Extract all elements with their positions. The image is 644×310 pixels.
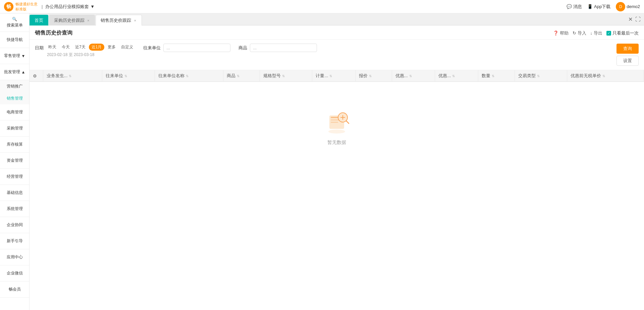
sidebar-item-wholesale[interactable]: 批发管理 ▲ — [0, 64, 29, 80]
chevron-up-icon: ▲ — [21, 70, 25, 74]
sidebar-item-retail[interactable]: 零售管理 ▼ — [0, 48, 29, 64]
date-filter-group: 日期 昨天 今天 近7天 近1月 更多 自定义 2023-02-18 至 202… — [35, 44, 135, 58]
search-button[interactable]: 查询 — [616, 44, 639, 54]
goods-filter-group: 商品 ... — [238, 44, 317, 52]
page-actions: ❓ 帮助 ↻ 导入 ↓ 导出 ✓ 只看最后一次 — [553, 30, 639, 36]
th-discount1[interactable]: 优惠... ⇅ — [392, 70, 435, 82]
tab-purchase-close[interactable]: × — [87, 18, 90, 23]
tab-home[interactable]: 首页 — [30, 15, 48, 25]
tab-sales-label: 销售历史价跟踪 — [101, 17, 131, 23]
sidebar-item-operation[interactable]: 经营管理 — [0, 169, 29, 185]
chevron-down-icon: ▼ — [21, 54, 25, 58]
sidebar-item-basic[interactable]: 基础信息 — [0, 185, 29, 201]
message-button[interactable]: 💬 消息 — [567, 4, 582, 10]
empty-state: 暂无数据 — [30, 82, 644, 172]
logo-text: 畅捷通好生意 标准版 — [15, 2, 38, 11]
date-btn-7days[interactable]: 近7天 — [73, 44, 88, 51]
goods-input-placeholder: ... — [253, 45, 257, 50]
goods-input[interactable]: ... — [250, 44, 317, 52]
partner-input-placeholder: ... — [166, 45, 170, 50]
settings-button[interactable]: 设置 — [616, 56, 639, 66]
filter-bar: 日期 昨天 今天 近7天 近1月 更多 自定义 2023-02-18 至 202… — [30, 40, 644, 70]
data-table: ⚙ 业务发生... ⇅ 往来单位 — [30, 70, 644, 82]
app-download-button[interactable]: 📱 App下载 — [587, 4, 610, 10]
th-settings[interactable]: ⚙ — [30, 70, 43, 82]
sidebar-item-finance[interactable]: 资金管理 — [0, 153, 29, 169]
checkbox-icon: ✓ — [606, 31, 611, 36]
sort-icon: ⇅ — [69, 74, 71, 78]
tab-purchase-history[interactable]: 采购历史价跟踪 × — [49, 15, 95, 25]
th-goods[interactable]: 商品 ⇅ — [223, 70, 260, 82]
th-no-tax-price[interactable]: 优惠前无税单价 ⇅ — [567, 70, 644, 82]
table-header: ⚙ 业务发生... ⇅ 往来单位 — [30, 70, 644, 82]
sidebar-item-system[interactable]: 系统管理 — [0, 201, 29, 217]
sidebar-item-collab[interactable]: 企业协同 — [0, 217, 29, 233]
settings-icon: ⚙ — [33, 73, 37, 79]
sidebar-item-quick-nav[interactable]: 快捷导航 — [0, 32, 29, 48]
tab-home-label: 首页 — [35, 17, 43, 23]
tab-bar-actions: ✕ ⛶ — [625, 13, 644, 25]
th-unit[interactable]: 计量... ⇅ — [312, 70, 356, 82]
help-button[interactable]: ❓ 帮助 — [553, 30, 569, 36]
goods-label: 商品 — [238, 44, 247, 51]
close-window-button[interactable]: ✕ — [628, 16, 633, 22]
page-header: 销售历史价查询 ❓ 帮助 ↻ 导入 ↓ 导出 ✓ — [30, 25, 644, 40]
sidebar-item-member[interactable]: 畅会员 — [0, 281, 29, 298]
sidebar-item-search[interactable]: 🔍 搜索菜单 — [0, 13, 29, 32]
sort-icon: ⇅ — [237, 74, 239, 78]
partner-label: 往来单位 — [143, 44, 161, 51]
date-filter-options: 昨天 今天 近7天 近1月 更多 自定义 2023-02-18 至 2023-0… — [46, 44, 135, 58]
import-button[interactable]: ↻ 导入 — [573, 30, 586, 36]
date-btn-custom[interactable]: 自定义 — [119, 44, 135, 51]
user-menu[interactable]: D demo2 — [616, 2, 640, 11]
maximize-window-button[interactable]: ⛶ — [635, 16, 641, 22]
date-btn-today[interactable]: 今天 — [60, 44, 72, 51]
sidebar-item-marketing[interactable]: 营销推广 — [0, 80, 29, 92]
sort-icon: ⇅ — [537, 74, 540, 78]
sort-icon: ⇅ — [186, 74, 189, 78]
date-btn-1month[interactable]: 近1月 — [89, 44, 105, 51]
sidebar-item-apps[interactable]: 应用中心 — [0, 249, 29, 265]
sort-icon: ⇅ — [409, 74, 412, 78]
logo-icon: 畅 — [4, 2, 13, 11]
date-btn-more[interactable]: 更多 — [106, 44, 118, 51]
sidebar-item-inventory[interactable]: 库存核算 — [0, 137, 29, 153]
tab-sales-history[interactable]: 销售历史价跟踪 × — [96, 15, 142, 25]
date-range-display: 2023-02-18 至 2023-03-18 — [46, 52, 135, 58]
sort-icon: ⇅ — [369, 74, 372, 78]
th-quantity[interactable]: 数量 ⇅ — [478, 70, 515, 82]
company-selector[interactable]: 办公用品行业模拟账套 ▼ — [45, 4, 95, 10]
sort-icon: ⇅ — [492, 74, 494, 78]
avatar: D — [616, 2, 625, 11]
top-bar-left: 畅 畅捷通好生意 标准版 | 办公用品行业模拟账套 ▼ — [4, 2, 95, 11]
sort-icon: ⇅ — [329, 74, 332, 78]
message-icon: 💬 — [567, 4, 572, 9]
sidebar-item-ecommerce[interactable]: 电商管理 — [0, 104, 29, 120]
sidebar-item-guide[interactable]: 新手引导 — [0, 233, 29, 249]
sort-icon: ⇅ — [452, 74, 455, 78]
sort-icon: ⇅ — [282, 74, 285, 78]
main-layout: 🔍 搜索菜单 快捷导航 零售管理 ▼ 批发管理 ▲ 营销推广 销售管理 电商管理… — [0, 13, 644, 310]
date-btn-yesterday[interactable]: 昨天 — [46, 44, 58, 51]
last-once-checkbox[interactable]: ✓ 只看最后一次 — [606, 30, 639, 36]
tab-bar: 首页 采购历史价跟踪 × 销售历史价跟踪 × ✕ ⛶ — [30, 13, 644, 25]
th-partner-code[interactable]: 往来单位 ⇅ — [102, 70, 155, 82]
th-business-date[interactable]: 业务发生... ⇅ — [43, 70, 102, 82]
tab-sales-close[interactable]: × — [133, 18, 137, 23]
th-spec[interactable]: 规格型号 ⇅ — [260, 70, 312, 82]
th-partner-name[interactable]: 往来单位名称 ⇅ — [155, 70, 223, 82]
help-icon: ❓ — [553, 31, 558, 36]
partner-input[interactable]: ... — [163, 44, 230, 52]
sidebar-item-sales[interactable]: 销售管理 — [0, 92, 29, 104]
sidebar-item-wechat[interactable]: 企业微信 — [0, 265, 29, 281]
th-quote[interactable]: 报价 ⇅ — [356, 70, 392, 82]
th-trade-type[interactable]: 交易类型 ⇅ — [515, 70, 567, 82]
export-button[interactable]: ↓ 导出 — [590, 30, 603, 36]
search-icon: 🔍 — [12, 17, 17, 21]
page-title: 销售历史价查询 — [35, 30, 72, 37]
th-discount2[interactable]: 优惠... ⇅ — [435, 70, 478, 82]
date-label: 日期 — [35, 44, 44, 51]
table-container: ⚙ 业务发生... ⇅ 往来单位 — [30, 70, 644, 172]
date-quick-buttons: 昨天 今天 近7天 近1月 更多 自定义 — [46, 44, 135, 51]
sidebar-item-purchase[interactable]: 采购管理 — [0, 120, 29, 137]
